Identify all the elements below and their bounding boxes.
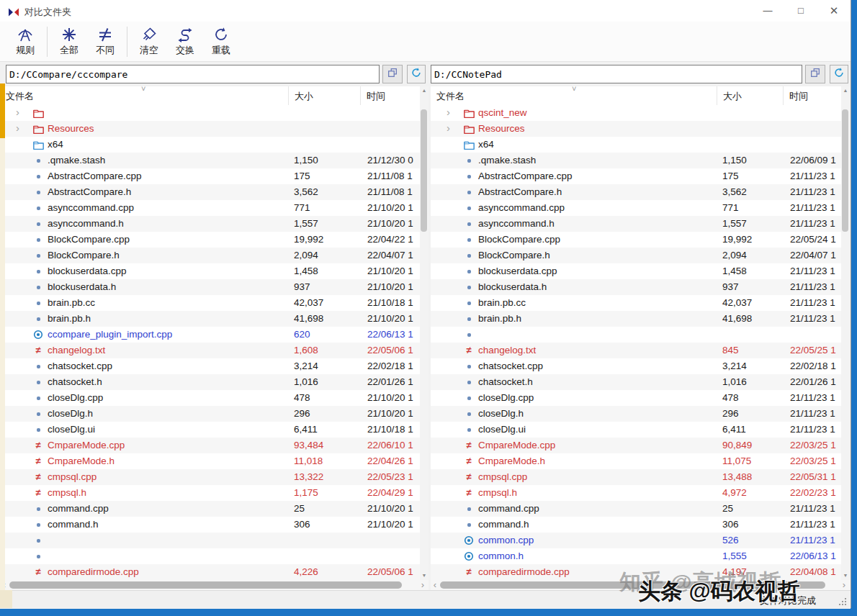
- folder-row[interactable]: ›Resources: [431, 121, 841, 137]
- file-row[interactable]: asynccommand.h1,55721/10/20 1: [0, 216, 420, 232]
- file-row[interactable]: chatsocket.h1,01622/01/26 1: [0, 374, 420, 390]
- file-row[interactable]: BlockCompare.h2,09422/04/07 1: [431, 248, 841, 263]
- file-row[interactable]: ≠cmpsql.h1,17522/04/29 1: [0, 485, 420, 501]
- expand-chevron-icon[interactable]: ›: [16, 104, 19, 120]
- file-row[interactable]: blockuserdata.cpp1,45821/11/23 1: [431, 263, 841, 279]
- file-row[interactable]: ≠cmpsql.h4,97222/02/23 1: [431, 485, 841, 501]
- file-row[interactable]: .qmake.stash1,15021/12/30 0: [0, 153, 420, 168]
- right-path-input[interactable]: [431, 65, 802, 83]
- scroll-right-arrow[interactable]: ›: [418, 580, 427, 590]
- folder-row[interactable]: x64: [431, 137, 841, 153]
- scrollbar-thumb[interactable]: [9, 581, 402, 589]
- file-row[interactable]: AbstractCompare.h3,56221/11/23 1: [431, 184, 841, 200]
- file-row[interactable]: ≠CmpareMode.h11,07522/03/25 1: [431, 453, 841, 469]
- file-row[interactable]: ≠changelog.txt1,60822/05/06 1: [0, 343, 420, 358]
- right-vertical-scrollbar[interactable]: ▲▼: [841, 86, 850, 580]
- close-button[interactable]: ✕: [817, 0, 851, 22]
- left-vertical-scrollbar[interactable]: ▲▼: [420, 86, 428, 580]
- toolbar-button-不同[interactable]: 不同: [87, 24, 123, 59]
- file-row[interactable]: ≠cmpsql.cpp13,48822/05/31 1: [431, 469, 841, 485]
- toolbar-button-清空[interactable]: 清空: [131, 24, 167, 59]
- file-row[interactable]: blockuserdata.h93721/10/20 1: [0, 279, 420, 295]
- toolbar-button-label: 不同: [96, 44, 115, 57]
- file-row[interactable]: [0, 533, 420, 548]
- folder-icon: [462, 121, 475, 137]
- scroll-up-arrow[interactable]: ▲: [841, 86, 850, 95]
- column-header-size[interactable]: 大小: [717, 86, 783, 105]
- file-row[interactable]: closeDlg.h29621/10/20 1: [0, 406, 420, 422]
- right-browse-button[interactable]: [805, 65, 825, 83]
- file-row[interactable]: command.h30621/10/20 1: [0, 517, 420, 533]
- scroll-right-arrow[interactable]: ›: [840, 580, 848, 590]
- file-row[interactable]: ≠CmpareMode.cpp90,84922/03/25 1: [431, 438, 841, 453]
- left-browse-button[interactable]: [382, 65, 403, 83]
- file-row[interactable]: blockuserdata.cpp1,45821/10/20 1: [0, 263, 420, 279]
- file-row[interactable]: brain.pb.h41,69821/11/23 1: [431, 311, 841, 327]
- file-row[interactable]: .qmake.stash1,15022/06/09 1: [431, 153, 841, 168]
- toolbar-button-规则[interactable]: 规则: [7, 24, 43, 59]
- file-row[interactable]: AbstractCompare.h3,56221/11/08 1: [0, 184, 420, 200]
- file-row[interactable]: command.cpp2521/10/20 1: [0, 501, 420, 517]
- file-row[interactable]: asynccommand.cpp77121/11/23 1: [431, 200, 841, 216]
- file-row[interactable]: AbstractCompare.cpp17521/11/23 1: [431, 168, 841, 184]
- resize-grip[interactable]: [839, 598, 846, 605]
- folder-row[interactable]: x64: [0, 137, 420, 153]
- scroll-left-arrow[interactable]: ‹: [431, 580, 439, 590]
- left-refresh-button[interactable]: [407, 65, 426, 83]
- left-horizontal-scrollbar[interactable]: ‹›: [0, 580, 428, 590]
- maximize-button[interactable]: □: [784, 0, 817, 22]
- file-row[interactable]: BlockCompare.cpp19,99222/05/24 1: [431, 232, 841, 248]
- file-row[interactable]: AbstractCompare.cpp17521/11/08 1: [0, 168, 420, 184]
- folder-row[interactable]: ›qscint_new: [431, 105, 841, 121]
- file-row[interactable]: closeDlg.cpp47821/11/23 1: [431, 390, 841, 406]
- scrollbar-thumb[interactable]: [842, 109, 848, 232]
- file-row[interactable]: chatsocket.cpp3,21422/02/18 1: [431, 358, 841, 374]
- left-path-input[interactable]: [6, 65, 380, 83]
- open-folder-icon: [809, 67, 821, 81]
- file-row[interactable]: ≠CmpareMode.cpp93,48422/06/10 1: [0, 438, 420, 453]
- file-row[interactable]: common.cpp52621/11/23 1: [431, 533, 841, 548]
- file-row[interactable]: chatsocket.cpp3,21422/02/18 1: [0, 358, 420, 374]
- toolbar-button-重载[interactable]: 重载: [203, 24, 239, 59]
- toolbar-button-交换[interactable]: 交换: [167, 24, 203, 59]
- file-row[interactable]: ccompare_plugin_import.cpp62022/06/13 1: [0, 327, 420, 343]
- file-row[interactable]: command.h30621/11/23 1: [431, 517, 841, 533]
- file-row[interactable]: closeDlg.h29621/11/23 1: [431, 406, 841, 422]
- right-refresh-button[interactable]: [830, 65, 848, 83]
- file-row[interactable]: closeDlg.ui6,41121/10/18 1: [0, 422, 420, 438]
- file-row[interactable]: common.h1,55522/06/13 1: [431, 548, 841, 564]
- file-row[interactable]: command.cpp2521/11/23 1: [431, 501, 841, 517]
- scrollbar-thumb[interactable]: [421, 109, 427, 232]
- file-row[interactable]: asynccommand.cpp77121/10/20 1: [0, 200, 420, 216]
- column-header-time[interactable]: 时间: [783, 86, 841, 105]
- file-row[interactable]: [431, 327, 841, 343]
- file-row[interactable]: ≠cmpsql.cpp13,32222/05/23 1: [0, 469, 420, 485]
- column-header-time[interactable]: 时间: [360, 86, 420, 105]
- file-name: common.h: [478, 548, 717, 564]
- file-row[interactable]: [0, 548, 420, 564]
- file-row[interactable]: brain.pb.cc42,03721/10/18 1: [0, 295, 420, 311]
- expand-chevron-icon[interactable]: ›: [16, 120, 19, 136]
- file-row[interactable]: ≠comparedirmode.cpp4,22622/05/06 1: [0, 564, 420, 580]
- file-row[interactable]: BlockCompare.h2,09422/04/07 1: [0, 248, 420, 263]
- file-row[interactable]: brain.pb.cc42,03721/11/23 1: [431, 295, 841, 311]
- file-row[interactable]: closeDlg.cpp47821/10/20 1: [0, 390, 420, 406]
- minimize-button[interactable]: —: [751, 0, 784, 22]
- file-row[interactable]: BlockCompare.cpp19,99222/04/22 1: [0, 232, 420, 248]
- scroll-up-arrow[interactable]: ▲: [420, 86, 428, 95]
- file-row[interactable]: brain.pb.h41,69821/10/20 1: [0, 311, 420, 327]
- file-row[interactable]: closeDlg.ui6,41121/11/23 1: [431, 422, 841, 438]
- folder-row[interactable]: ›: [0, 105, 420, 121]
- file-time: 22/04/07 1: [790, 248, 841, 263]
- file-row[interactable]: ≠changelog.txt84522/05/25 1: [431, 343, 841, 358]
- file-row[interactable]: blockuserdata.h93721/11/23 1: [431, 279, 841, 295]
- file-name: x64: [48, 137, 288, 153]
- column-header-size[interactable]: 大小: [288, 86, 360, 105]
- folder-row[interactable]: ›Resources: [0, 121, 420, 137]
- file-row[interactable]: chatsocket.h1,01622/01/26 1: [431, 374, 841, 390]
- toolbar-button-全部[interactable]: 全部: [51, 24, 87, 59]
- expand-chevron-icon[interactable]: ›: [447, 120, 450, 136]
- file-row[interactable]: asynccommand.h1,55721/11/23 1: [431, 216, 841, 232]
- expand-chevron-icon[interactable]: ›: [447, 104, 450, 120]
- file-row[interactable]: ≠CmpareMode.h11,01822/04/26 1: [0, 453, 420, 469]
